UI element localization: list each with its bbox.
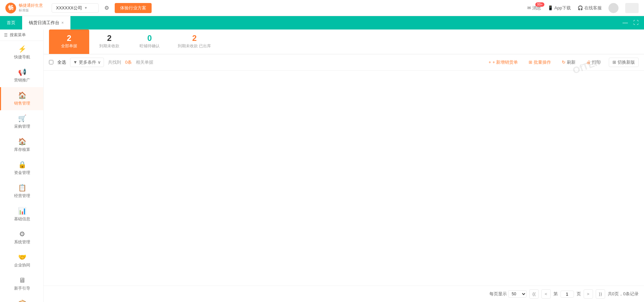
sidebar: ☰ 搜索菜单 ⚡ 快捷导航 📢 营销推广 🏠 销售管理 🛒 采购管理 🏠 库存核… bbox=[0, 29, 44, 302]
filter-chevron: ∨ bbox=[98, 60, 101, 65]
sidebar-item-inventory[interactable]: 🏠 库存核算 bbox=[0, 133, 43, 157]
stat-count-shipped: 2 bbox=[192, 34, 197, 43]
sidebar-item-purchase-label: 采购管理 bbox=[14, 124, 30, 129]
page-suffix: 页 bbox=[577, 291, 581, 297]
sidebar-item-beginner[interactable]: 🖥 新手引导 bbox=[0, 272, 43, 295]
online-service-btn[interactable]: 🎧 在线客服 bbox=[578, 5, 602, 11]
basic-info-icon: 📊 bbox=[18, 207, 26, 215]
tab-maximize-btn[interactable]: ⛶ bbox=[632, 19, 640, 27]
more-filter-label: 更多条件 bbox=[79, 59, 96, 65]
stat-tab-overdue[interactable]: 2 到期未收款 bbox=[89, 29, 129, 54]
company-selector[interactable]: XXXXXX公司 ▼ bbox=[52, 3, 99, 13]
add-sales-btn[interactable]: + + 新增销货单 bbox=[486, 58, 521, 67]
sidebar-item-sales[interactable]: 🏠 销售管理 bbox=[0, 87, 43, 110]
select-all-checkbox[interactable] bbox=[49, 60, 53, 64]
quick-nav-icon: ⚡ bbox=[18, 45, 26, 53]
stat-count-overdue: 2 bbox=[107, 34, 111, 43]
refresh-btn[interactable]: ↻ 刷新 bbox=[559, 58, 578, 67]
print-btn[interactable]: 🖨 打印 bbox=[584, 58, 603, 67]
purchase-icon: 🛒 bbox=[18, 114, 26, 122]
sidebar-item-system[interactable]: ⚙ 系统管理 bbox=[0, 226, 43, 249]
sidebar-item-system-label: 系统管理 bbox=[14, 239, 30, 245]
message-icon: ✉ bbox=[527, 5, 531, 10]
switch-icon: ⊞ bbox=[612, 60, 616, 65]
next-page-btn[interactable]: ＞ bbox=[584, 289, 593, 299]
switch-new-version-btn[interactable]: ⊞ 切换新版 bbox=[609, 58, 639, 67]
tab-minimize-btn[interactable]: — bbox=[621, 19, 629, 27]
print-icon: 🖨 bbox=[586, 60, 591, 65]
sidebar-item-basic-info-label: 基础信息 bbox=[14, 216, 30, 222]
system-icon: ⚙ bbox=[18, 230, 26, 238]
app-download-btn[interactable]: 📱 App下载 bbox=[548, 5, 571, 11]
message-badge: 99+ bbox=[535, 2, 544, 7]
sidebar-item-beginner-label: 新手引导 bbox=[14, 286, 30, 291]
stat-label-overdue: 到期未收款 bbox=[99, 43, 119, 49]
company-name: XXXXXX公司 bbox=[56, 5, 82, 11]
enterprise-icon: 🤝 bbox=[18, 253, 26, 261]
sidebar-item-purchase[interactable]: 🛒 采购管理 bbox=[0, 110, 43, 133]
sidebar-item-basic-info[interactable]: 📊 基础信息 bbox=[0, 203, 43, 226]
sidebar-item-quick-nav[interactable]: ⚡ 快捷导航 bbox=[0, 41, 43, 64]
found-prefix: 共找到 bbox=[108, 59, 121, 65]
sidebar-item-operations[interactable]: 📋 经营管理 bbox=[0, 180, 43, 203]
page-size-select[interactable]: 50 100 200 bbox=[508, 290, 527, 298]
tab-home-label: 首页 bbox=[7, 20, 15, 26]
header-right: ✉ 消息 99+ 📱 App下载 🎧 在线客服 bbox=[527, 3, 639, 13]
filter-icon: ▼ bbox=[73, 60, 77, 65]
refresh-icon: ↻ bbox=[562, 60, 566, 65]
marketing-icon: 📢 bbox=[18, 68, 26, 76]
settings-button[interactable]: ⚙ bbox=[101, 3, 112, 13]
sidebar-item-capital[interactable]: 🔒 资金管理 bbox=[0, 157, 43, 180]
online-service-icon: 🎧 bbox=[578, 5, 583, 10]
found-count: 0条 bbox=[125, 59, 132, 65]
logo-text: 畅捷通好生意 bbox=[19, 3, 43, 8]
stat-tab-wangpu[interactable]: 0 旺铺待确认 bbox=[129, 29, 170, 54]
select-all-label: 全选 bbox=[57, 59, 66, 65]
add-label: + 新增销货单 bbox=[492, 59, 518, 65]
sidebar-item-operations-label: 经营管理 bbox=[14, 193, 30, 199]
top-header: 畅 畅捷通好生意 标准版 XXXXXX公司 ▼ ⚙ 体验行业方案 ✉ 消息 99… bbox=[0, 0, 644, 16]
print-label: 打印 bbox=[592, 59, 601, 65]
sidebar-item-enterprise[interactable]: 🤝 企业协同 bbox=[0, 249, 43, 272]
tab-workbench[interactable]: 钱货日清工作台 × bbox=[22, 16, 70, 29]
sidebar-item-enterprise-label: 企业协同 bbox=[14, 262, 30, 268]
tab-close-icon[interactable]: × bbox=[61, 20, 64, 25]
batch-btn[interactable]: ⊞ 批量操作 bbox=[526, 58, 554, 67]
stat-label-all: 全部单据 bbox=[61, 43, 77, 49]
user-dropdown[interactable] bbox=[625, 3, 639, 13]
sidebar-item-app-center[interactable]: 📦 应用中心 bbox=[0, 295, 43, 302]
last-page-btn[interactable]: ⟩⟩ bbox=[596, 289, 605, 299]
stat-count-all: 2 bbox=[67, 34, 71, 43]
tab-home[interactable]: 首页 bbox=[0, 16, 22, 29]
batch-label: 批量操作 bbox=[534, 59, 551, 65]
search-icon: ☰ bbox=[4, 33, 8, 38]
found-suffix: 相关单据 bbox=[136, 59, 153, 65]
message-btn[interactable]: ✉ 消息 99+ bbox=[527, 5, 541, 11]
search-menu[interactable]: ☰ 搜索菜单 bbox=[0, 29, 43, 41]
more-filter-btn[interactable]: ▼ 更多条件 ∨ bbox=[70, 58, 104, 67]
tab-bar-actions: — ⛶ bbox=[621, 19, 644, 27]
stat-tab-all[interactable]: 2 全部单据 bbox=[49, 29, 89, 54]
switch-label: 切换新版 bbox=[618, 60, 635, 65]
app-body: ☰ 搜索菜单 ⚡ 快捷导航 📢 营销推广 🏠 销售管理 🛒 采购管理 🏠 库存核… bbox=[0, 29, 644, 302]
table-area bbox=[44, 71, 644, 286]
refresh-label: 刷新 bbox=[567, 59, 576, 65]
stat-tab-shipped[interactable]: 2 到期未收款 已出库 bbox=[170, 29, 219, 54]
total-text: 共0页，0条记录 bbox=[608, 291, 639, 297]
inventory-icon: 🏠 bbox=[18, 137, 26, 145]
page-input[interactable] bbox=[560, 291, 574, 298]
sales-icon: 🏠 bbox=[18, 91, 26, 99]
add-icon: + bbox=[489, 60, 491, 65]
stats-area: 2 全部单据 2 到期未收款 0 旺铺待确认 2 到期未收款 已出库 bbox=[44, 29, 644, 54]
sidebar-item-sales-label: 销售管理 bbox=[14, 101, 30, 106]
app-download-icon: 📱 bbox=[548, 5, 553, 10]
avatar[interactable] bbox=[608, 3, 619, 13]
sidebar-item-marketing[interactable]: 📢 营销推广 bbox=[0, 64, 43, 87]
main-content: 2 全部单据 2 到期未收款 0 旺铺待确认 2 到期未收款 已出库 bbox=[44, 29, 644, 302]
prev-page-btn[interactable]: ＜ bbox=[541, 289, 551, 299]
operations-icon: 📋 bbox=[18, 184, 26, 192]
sidebar-item-quick-nav-label: 快捷导航 bbox=[14, 54, 30, 60]
tab-workbench-label: 钱货日清工作台 bbox=[29, 20, 59, 26]
experience-btn[interactable]: 体验行业方案 bbox=[115, 3, 152, 13]
first-page-btn[interactable]: ⟨⟨ bbox=[529, 289, 539, 299]
